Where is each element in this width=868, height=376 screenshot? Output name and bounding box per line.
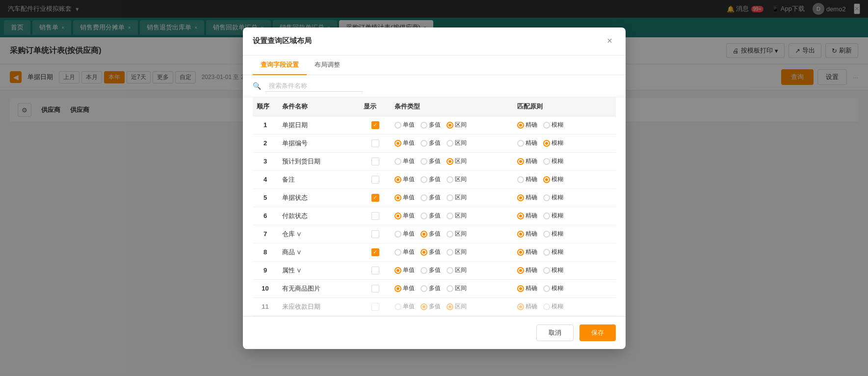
type-radio-multi[interactable]: 多值	[421, 248, 441, 256]
radio-label: 模糊	[552, 266, 563, 274]
match-radio-fuzzy[interactable]: 模糊	[543, 266, 563, 274]
display-checkbox[interactable]	[371, 194, 379, 202]
match-radio-fuzzy[interactable]: 模糊	[543, 284, 563, 293]
radio-label: 单值	[403, 193, 415, 202]
match-radio-fuzzy[interactable]: 模糊	[543, 230, 563, 238]
radio-circle	[517, 213, 524, 219]
modal-tab-layout[interactable]: 布局调整	[307, 55, 348, 75]
type-radio-range[interactable]: 区间	[447, 266, 467, 274]
type-radio-single[interactable]: 单值	[395, 302, 415, 311]
type-radio-single[interactable]: 单值	[395, 230, 415, 238]
match-radio-exact[interactable]: 精确	[517, 175, 537, 184]
type-radio-single[interactable]: 单值	[395, 121, 415, 129]
radio-circle	[395, 213, 401, 219]
display-checkbox[interactable]	[371, 212, 379, 220]
type-radio-range[interactable]: 区间	[447, 121, 467, 129]
type-radio-multi[interactable]: 多值	[421, 121, 441, 129]
match-radio-exact[interactable]: 精确	[517, 284, 537, 293]
search-input[interactable]	[265, 80, 363, 92]
match-radio-fuzzy[interactable]: 模糊	[543, 248, 563, 256]
type-radio-range[interactable]: 区间	[447, 302, 467, 311]
match-radio-exact[interactable]: 精确	[517, 121, 537, 129]
type-radio-multi[interactable]: 多值	[421, 175, 441, 184]
search-icon: 🔍	[253, 82, 261, 90]
radio-circle	[517, 140, 524, 147]
type-radio-multi[interactable]: 多值	[421, 157, 441, 165]
radio-label: 模糊	[552, 157, 563, 165]
radio-label: 多值	[429, 248, 441, 256]
radio-circle	[517, 303, 524, 310]
radio-circle	[543, 267, 550, 274]
radio-label: 精确	[526, 121, 537, 129]
type-radio-multi[interactable]: 多值	[421, 230, 441, 238]
type-radio-single[interactable]: 单值	[395, 175, 415, 184]
row-order: 10	[253, 279, 278, 297]
type-radio-range[interactable]: 区间	[447, 139, 467, 147]
radio-label: 模糊	[552, 175, 563, 184]
match-radio-exact[interactable]: 精确	[517, 212, 537, 220]
save-button[interactable]: 保存	[579, 324, 616, 341]
display-checkbox[interactable]	[371, 248, 379, 256]
match-radio-fuzzy[interactable]: 模糊	[543, 302, 563, 311]
type-radio-multi[interactable]: 多值	[421, 139, 441, 147]
radio-label: 单值	[403, 230, 415, 238]
row-display-cell	[360, 261, 391, 279]
display-checkbox[interactable]	[371, 121, 379, 129]
type-radio-single[interactable]: 单值	[395, 157, 415, 165]
row-match-cell: 精确模糊	[513, 225, 615, 243]
type-radio-multi[interactable]: 多值	[421, 193, 441, 202]
display-checkbox[interactable]	[371, 139, 379, 147]
match-radio-fuzzy[interactable]: 模糊	[543, 121, 563, 129]
radio-circle	[395, 231, 401, 238]
type-radio-multi[interactable]: 多值	[421, 266, 441, 274]
type-radio-single[interactable]: 单值	[395, 248, 415, 256]
type-radio-multi[interactable]: 多值	[421, 212, 441, 220]
match-radio-fuzzy[interactable]: 模糊	[543, 157, 563, 165]
match-radio-exact[interactable]: 精确	[517, 139, 537, 147]
type-radio-single[interactable]: 单值	[395, 284, 415, 293]
radio-label: 多值	[429, 193, 441, 202]
display-checkbox[interactable]	[371, 267, 379, 274]
match-radio-exact[interactable]: 精确	[517, 248, 537, 256]
table-row: 6付款状态单值多值区间精确模糊	[253, 207, 616, 225]
type-radio-range[interactable]: 区间	[447, 193, 467, 202]
table-row: 4备注单值多值区间精确模糊	[253, 170, 616, 188]
match-radio-exact[interactable]: 精确	[517, 266, 537, 274]
display-checkbox[interactable]	[371, 158, 379, 165]
row-order: 2	[253, 134, 278, 152]
type-radio-range[interactable]: 区间	[447, 157, 467, 165]
cancel-button[interactable]: 取消	[536, 324, 574, 341]
radio-circle	[543, 231, 550, 238]
match-radio-fuzzy[interactable]: 模糊	[543, 193, 563, 202]
type-radio-range[interactable]: 区间	[447, 284, 467, 293]
row-match-cell: 精确模糊	[513, 243, 615, 261]
match-radio-fuzzy[interactable]: 模糊	[543, 175, 563, 184]
display-checkbox[interactable]	[371, 176, 379, 184]
radio-circle	[447, 231, 453, 238]
radio-label: 单值	[403, 284, 415, 293]
radio-circle	[517, 285, 524, 292]
display-checkbox[interactable]	[371, 303, 379, 311]
display-checkbox[interactable]	[371, 230, 379, 238]
type-radio-range[interactable]: 区间	[447, 212, 467, 220]
radio-label: 多值	[429, 212, 441, 220]
modal-tab-query[interactable]: 查询字段设置	[253, 55, 307, 75]
type-radio-single[interactable]: 单值	[395, 212, 415, 220]
type-radio-multi[interactable]: 多值	[421, 302, 441, 311]
type-radio-range[interactable]: 区间	[447, 248, 467, 256]
match-radio-exact[interactable]: 精确	[517, 230, 537, 238]
th-display: 显示	[360, 97, 391, 116]
match-radio-exact[interactable]: 精确	[517, 302, 537, 311]
type-radio-single[interactable]: 单值	[395, 266, 415, 274]
type-radio-range[interactable]: 区间	[447, 175, 467, 184]
match-radio-exact[interactable]: 精确	[517, 157, 537, 165]
display-checkbox[interactable]	[371, 285, 379, 293]
match-radio-fuzzy[interactable]: 模糊	[543, 139, 563, 147]
type-radio-single[interactable]: 单值	[395, 193, 415, 202]
type-radio-range[interactable]: 区间	[447, 230, 467, 238]
match-radio-fuzzy[interactable]: 模糊	[543, 212, 563, 220]
modal-close-button[interactable]: ×	[604, 35, 616, 47]
match-radio-exact[interactable]: 精确	[517, 193, 537, 202]
type-radio-single[interactable]: 单值	[395, 139, 415, 147]
type-radio-multi[interactable]: 多值	[421, 284, 441, 293]
